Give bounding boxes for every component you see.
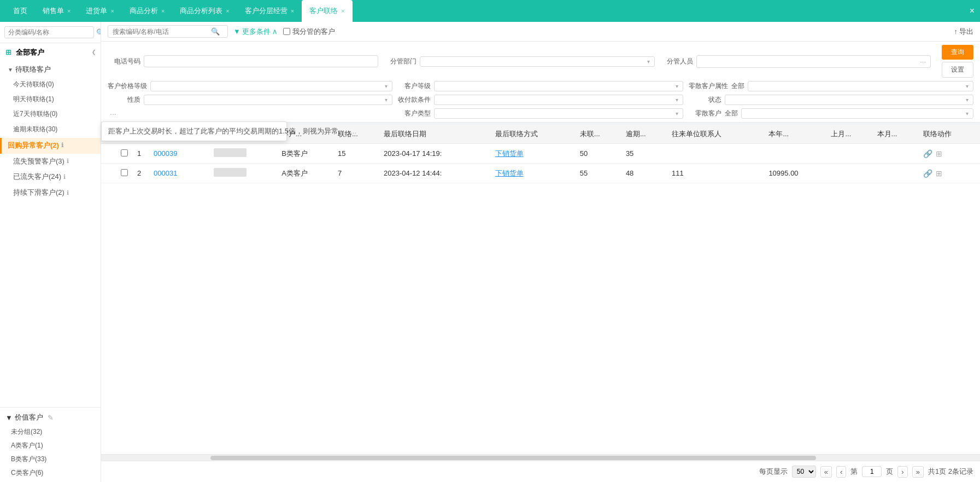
row2-checkbox-input[interactable]: [121, 169, 128, 176]
total-label: 共1页 2条记录: [928, 467, 973, 477]
filter-input-phone[interactable]: [144, 55, 378, 67]
retail-attr-inline-label: 全部: [731, 82, 744, 91]
filter-select-customer-grade[interactable]: ▾: [434, 81, 683, 91]
grid-icon: ⊞: [5, 48, 11, 56]
prev-page-btn[interactable]: ‹: [836, 466, 846, 478]
nav-customer-contact-close[interactable]: ×: [341, 8, 344, 14]
filter-label-manager: 分管人员: [660, 57, 693, 66]
nav-sales[interactable]: 销售单 ×: [35, 0, 78, 22]
payment-arrow-icon: ▾: [676, 97, 678, 103]
col-last-method-header[interactable]: 最后联络方式: [492, 125, 577, 144]
filter-select-status[interactable]: ▾: [725, 95, 973, 105]
sidebar-item-lost-customers[interactable]: 已流失客户(24) ℹ: [0, 169, 101, 185]
nav-customer-segments-close[interactable]: ×: [291, 8, 294, 14]
row1-contacts: 15: [335, 144, 380, 164]
filter-label-customer-grade: 客户等级: [398, 82, 431, 91]
row2-code[interactable]: 000031: [150, 164, 210, 183]
nav-analysis-list-close[interactable]: ×: [226, 8, 229, 14]
export-button[interactable]: ↑ 导出: [954, 27, 974, 37]
more-conditions-btn[interactable]: ▼ 更多条件 ∧: [233, 27, 278, 37]
sidebar-search-input[interactable]: [4, 26, 94, 38]
col-overdue-header[interactable]: 逾期...: [623, 125, 668, 144]
filter-label-payment: 收付款条件: [398, 95, 431, 104]
filter-select-customer-type[interactable]: ▾: [434, 108, 683, 119]
col-this-year-header[interactable]: 本年...: [765, 125, 828, 144]
row2-this-month: [874, 164, 920, 183]
row2-actions: 🔗 ⊞: [920, 164, 980, 183]
page-input[interactable]: [862, 466, 882, 477]
filter-select-retail-attr[interactable]: ▾: [748, 81, 973, 91]
search-icon[interactable]: 🔍: [211, 27, 220, 36]
nav-analysis[interactable]: 商品分析 ×: [122, 0, 172, 22]
filter-select-nature[interactable]: ▾: [144, 95, 392, 105]
row1-grid-icon[interactable]: ⊞: [936, 149, 942, 158]
col-this-month-header[interactable]: 本月...: [874, 125, 920, 144]
col-related-person-header[interactable]: 往来单位联系人: [668, 125, 765, 144]
filter-select-department[interactable]: ▾: [420, 56, 654, 67]
horizontal-scrollbar[interactable]: [101, 454, 980, 461]
row1-checkbox-input[interactable]: [121, 149, 128, 156]
sidebar-item-7days[interactable]: 近7天待联络(0): [0, 107, 101, 121]
close-all-tabs[interactable]: ×: [970, 6, 975, 16]
sidebar-item-class-c[interactable]: C类客户(6): [0, 466, 101, 480]
nav-customer-segments[interactable]: 客户分层经营 ×: [237, 0, 302, 22]
col-not-contacted-header[interactable]: 未联...: [577, 125, 623, 144]
filter-label-department: 分管部门: [384, 57, 416, 66]
sidebar-item-today[interactable]: 今天待联络(0): [0, 77, 101, 92]
sidebar-item-repurchase-abnormal[interactable]: 回购异常客户(2) ℹ: [0, 138, 101, 154]
sidebar-search-icon[interactable]: 🔍: [96, 28, 101, 37]
repurchase-tooltip: 距客户上次交易时长，超过了此客户的平均交易周期的1.5倍，则视为异常。 ...: [101, 121, 287, 141]
sidebar-item-ungrouped[interactable]: 未分组(32): [0, 425, 101, 439]
row1-checkbox[interactable]: [118, 144, 134, 164]
next-page-btn[interactable]: ›: [897, 466, 907, 478]
sidebar-all-customers[interactable]: ⊞ 全部客户 《: [0, 43, 101, 62]
sidebar-item-lost-warning[interactable]: 流失预警客户(3) ℹ: [0, 154, 101, 170]
settings-button[interactable]: 设置: [942, 62, 973, 78]
nav-analysis-list[interactable]: 商品分析列表 ×: [172, 0, 237, 22]
search-input[interactable]: [113, 28, 211, 36]
tooltip-more-icon[interactable]: ...: [350, 127, 356, 135]
row1-code[interactable]: 000039: [150, 144, 210, 164]
retail-inline-label: 全部: [725, 109, 738, 118]
row1-not-contacted: 50: [577, 144, 623, 164]
nav-home[interactable]: 首页: [5, 0, 35, 22]
filter-cell-ellipsis: ···: [108, 109, 392, 118]
sidebar-group-pending-title[interactable]: ▼ 待联络客户: [0, 62, 101, 77]
sidebar-item-tomorrow[interactable]: 明天待联络(1): [0, 92, 101, 107]
col-last-month-header[interactable]: 上月...: [828, 125, 873, 144]
row2-checkbox[interactable]: [118, 164, 134, 183]
scrollbar-thumb[interactable]: [210, 456, 816, 460]
sidebar-item-class-a[interactable]: A类客户(1): [0, 439, 101, 452]
value-group-edit-icon[interactable]: ✎: [48, 414, 54, 422]
page-size-select[interactable]: 50: [792, 466, 816, 478]
filter-select-manager[interactable]: ···: [696, 55, 931, 68]
first-page-btn[interactable]: «: [820, 466, 832, 478]
filter-ellipsis-btn[interactable]: ···: [108, 109, 119, 118]
sidebar-item-overdue[interactable]: 逾期未联络(30): [0, 122, 101, 137]
nav-sales-close[interactable]: ×: [67, 8, 71, 14]
sidebar-item-declining[interactable]: 持续下滑客户(2) ℹ: [0, 185, 101, 201]
col-last-date-header[interactable]: 最后联络日期: [380, 125, 492, 144]
filter-select-retail-customer[interactable]: ▾: [741, 108, 973, 119]
row2-link-icon[interactable]: 🔗: [923, 169, 932, 178]
nav-analysis-close[interactable]: ×: [161, 8, 165, 14]
row2-last-method[interactable]: 下销货单: [492, 164, 577, 183]
sidebar-item-class-b[interactable]: B类客户(33): [0, 452, 101, 466]
last-page-btn[interactable]: »: [912, 466, 924, 478]
query-button[interactable]: 查询: [942, 45, 973, 60]
row1-last-method[interactable]: 下销货单: [492, 144, 577, 164]
filter-select-price-tier[interactable]: ▾: [150, 81, 392, 91]
my-customers-checkbox[interactable]: [283, 28, 290, 35]
sidebar-collapse-icon[interactable]: 《: [89, 49, 95, 57]
nav-purchase-close[interactable]: ×: [110, 8, 114, 14]
row2-index: 2: [134, 164, 150, 183]
table-row: 1 000039 B类客户 15 2023-04-17 14:19: 下销货单 …: [101, 144, 980, 164]
row1-link-icon[interactable]: 🔗: [923, 149, 932, 158]
filter-label-nature: 性质: [108, 95, 140, 104]
content-area: 🔍 ▼ 更多条件 ∧ 我分管的客户 ↑ 导出 电话号码: [101, 22, 980, 482]
nav-purchase[interactable]: 进货单 ×: [78, 0, 121, 22]
row2-grid-icon[interactable]: ⊞: [936, 169, 942, 178]
nav-customer-contact[interactable]: 客户联络 ×: [302, 0, 352, 22]
filter-select-payment[interactable]: ▾: [434, 95, 683, 105]
sidebar-value-group-title[interactable]: ▼ 价值客户 ✎: [0, 410, 101, 425]
